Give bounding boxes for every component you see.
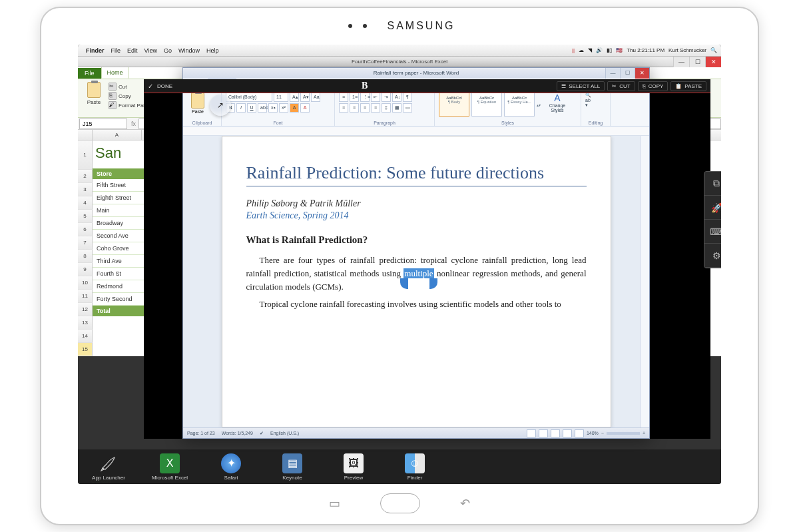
- word-paste-button[interactable]: Paste: [187, 93, 208, 114]
- row-header[interactable]: 12: [78, 303, 93, 316]
- bullets-button[interactable]: ≡: [339, 93, 348, 102]
- status-parallels-icon[interactable]: ||: [572, 47, 575, 53]
- row-header[interactable]: 14: [78, 330, 93, 343]
- word-page[interactable]: Rainfall Prediction: Some future directi…: [222, 136, 611, 427]
- menu-go[interactable]: Go: [164, 47, 172, 54]
- view-print-button[interactable]: [527, 429, 536, 437]
- align-right-button[interactable]: ≡: [360, 103, 370, 113]
- row-header-selected[interactable]: 15: [78, 343, 93, 356]
- status-zoom[interactable]: 140%: [587, 431, 599, 435]
- status-flag-icon[interactable]: 🇺🇸: [616, 47, 623, 53]
- zoom-in-button[interactable]: +: [643, 431, 645, 435]
- show-marks-button[interactable]: ¶: [403, 93, 412, 102]
- grow-font-button[interactable]: A▴: [290, 93, 299, 102]
- row-header[interactable]: 13: [78, 316, 93, 330]
- menubar-clock[interactable]: Thu 2:21:11 PM: [627, 47, 665, 53]
- parallels-paste-button[interactable]: 📋PASTE: [670, 81, 706, 91]
- row-header[interactable]: 1: [78, 140, 93, 170]
- row-header[interactable]: 10: [78, 276, 93, 290]
- view-web-button[interactable]: [551, 429, 560, 437]
- row-header[interactable]: 11: [78, 290, 93, 303]
- underline-button[interactable]: U: [247, 103, 256, 113]
- sort-button[interactable]: A↓: [392, 93, 401, 102]
- status-language[interactable]: English (U.S.): [270, 431, 299, 435]
- word-font-size[interactable]: 11: [274, 93, 288, 102]
- word-editing-group[interactable]: 🔍ab▾: [585, 93, 606, 108]
- spotlight-icon[interactable]: 🔍: [710, 47, 717, 53]
- excel-select-all-corner[interactable]: [78, 130, 93, 140]
- multilevel-button[interactable]: ⋮≡: [360, 93, 370, 102]
- row-header[interactable]: 4: [78, 196, 93, 210]
- word-ruler[interactable]: [183, 127, 649, 136]
- row-header[interactable]: 8: [78, 250, 93, 263]
- shading-button[interactable]: ▦: [392, 103, 401, 113]
- status-words[interactable]: Words: 1/5,249: [222, 431, 253, 435]
- strike-button[interactable]: abc: [258, 103, 267, 113]
- superscript-button[interactable]: x²: [279, 103, 288, 113]
- subscript-button[interactable]: x₂: [268, 103, 278, 113]
- status-wifi-icon[interactable]: ◥: [588, 47, 592, 53]
- selected-text[interactable]: multiple: [403, 268, 433, 278]
- status-page[interactable]: Page: 1 of 23: [187, 431, 215, 435]
- zoom-out-button[interactable]: −: [601, 431, 604, 435]
- menu-view[interactable]: View: [144, 47, 157, 54]
- excel-min-button[interactable]: —: [673, 57, 689, 67]
- shrink-font-button[interactable]: A▾: [300, 93, 310, 102]
- align-left-button[interactable]: ≡: [339, 103, 348, 113]
- word-scrollbar[interactable]: [640, 136, 649, 427]
- dock-preview[interactable]: 🖼 Preview: [330, 453, 378, 481]
- menubar-user[interactable]: Kurt Schmucker: [668, 47, 706, 53]
- row-header[interactable]: 6: [78, 223, 93, 236]
- dock-finder[interactable]: ☺ Finder: [391, 453, 439, 481]
- row-header[interactable]: 3: [78, 183, 93, 196]
- highlight-button[interactable]: A: [290, 103, 299, 113]
- change-case-button[interactable]: Aa: [311, 93, 320, 102]
- menubar-app[interactable]: Finder: [86, 47, 105, 54]
- menu-window[interactable]: Window: [178, 47, 200, 54]
- row-header[interactable]: 2: [78, 170, 93, 183]
- back-button[interactable]: ↶: [460, 496, 470, 511]
- excel-name-box[interactable]: J15: [79, 119, 127, 129]
- word-font-select[interactable]: Calibri (Body): [226, 93, 272, 102]
- home-button[interactable]: [380, 493, 420, 513]
- excel-close-button[interactable]: ✕: [705, 57, 721, 67]
- col-header[interactable]: A: [93, 130, 142, 140]
- view-outline-button[interactable]: [563, 429, 572, 437]
- word-min-button[interactable]: —: [605, 68, 620, 79]
- word-max-button[interactable]: ☐: [620, 68, 635, 79]
- panel-launcher-icon[interactable]: 🚀: [704, 196, 721, 220]
- status-proof-icon[interactable]: ✔: [260, 431, 264, 436]
- excel-home-tab[interactable]: Home: [101, 67, 129, 79]
- status-battery-icon[interactable]: ▮▯: [607, 47, 612, 53]
- excel-file-tab[interactable]: File: [78, 68, 101, 79]
- dock-app-launcher[interactable]: App Launcher: [85, 453, 133, 481]
- row-header[interactable]: 5: [78, 210, 93, 223]
- parallels-select-all-button[interactable]: ☰SELECT ALL: [557, 81, 605, 91]
- line-spacing-button[interactable]: ‡: [382, 103, 391, 113]
- status-volume-icon[interactable]: 🔊: [596, 47, 603, 53]
- recent-apps-button[interactable]: ▭: [329, 496, 340, 511]
- menu-edit[interactable]: Edit: [127, 47, 138, 54]
- dock-excel[interactable]: X Microsoft Excel: [146, 453, 194, 481]
- menu-file[interactable]: File: [111, 47, 121, 54]
- panel-windows-icon[interactable]: ⧉: [704, 172, 721, 196]
- view-draft-button[interactable]: [575, 429, 584, 437]
- panel-keyboard-icon[interactable]: ⌨: [704, 220, 721, 244]
- italic-button[interactable]: I: [236, 103, 246, 113]
- dock-safari[interactable]: ✦ Safari: [207, 453, 255, 481]
- style-equation[interactable]: AaBbCc¶ Equation: [471, 93, 502, 117]
- borders-button[interactable]: ▭: [403, 103, 412, 113]
- align-center-button[interactable]: ≡: [350, 103, 359, 113]
- style-body[interactable]: AaBbCcI¶ Body: [439, 93, 469, 117]
- row-header[interactable]: 9: [78, 263, 93, 276]
- numbering-button[interactable]: 1≡: [350, 93, 359, 102]
- selection-handle-left[interactable]: [400, 278, 408, 289]
- panel-settings-icon[interactable]: ⚙: [704, 244, 721, 268]
- font-color-button[interactable]: A: [300, 103, 310, 113]
- menu-help[interactable]: Help: [206, 47, 219, 54]
- justify-button[interactable]: ≡: [371, 103, 380, 113]
- status-cloud-icon[interactable]: ☁: [579, 47, 584, 53]
- style-essay[interactable]: AaBbCc¶ Essay He...: [504, 93, 535, 117]
- parallels-copy-button[interactable]: ⎘COPY: [638, 81, 668, 91]
- row-header[interactable]: 7: [78, 236, 93, 250]
